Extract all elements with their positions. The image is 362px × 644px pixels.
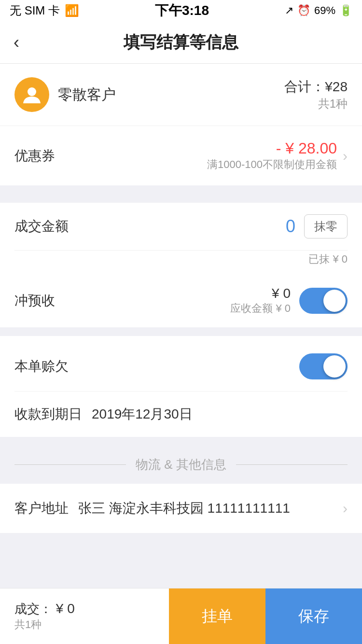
bottom-deal-amount: ¥ 0 [56,601,75,616]
amount-label: 成交金额 [14,217,69,236]
page-title: 填写结算等信息 [124,31,238,54]
amount-value[interactable]: 0 [286,216,295,237]
coupon-discount: - ¥ 28.00 [207,140,337,157]
due-date-row: 收款到期日 2019年12月30日 [14,392,348,437]
bottom-deal-label: 成交： [14,602,52,616]
bottom-deal-row: 成交： ¥ 0 [14,601,154,617]
customer-name: 零散客户 [58,85,116,105]
address-row[interactable]: 客户地址 张三 海淀永丰科技园 11111111111 › [14,484,348,533]
wifi-icon: 📶 [65,4,79,17]
prereceive-row: 冲预收 ¥ 0 应收金额 ¥ 0 [14,274,348,327]
separator-1 [0,194,362,203]
logistics-text: 物流 & 其他信息 [136,456,226,473]
nav-bar: ‹ 填写结算等信息 [0,21,362,64]
customer-row: 零散客户 合计：¥28 共1种 [0,64,362,126]
hang-button[interactable]: 挂单 [169,588,265,644]
logistics-divider: 物流 & 其他信息 [0,446,362,484]
user-icon [22,85,42,104]
address-section: 客户地址 张三 海淀永丰科技园 11111111111 › [0,484,362,533]
status-bar: 无 SIM 卡 📶 下午3:18 ↗ ⏰ 69% 🔋 [0,0,362,21]
bottom-bar: 成交： ¥ 0 共1种 挂单 保存 [0,588,362,644]
due-date-value[interactable]: 2019年12月30日 [92,405,193,423]
coupon-info: - ¥ 28.00 满1000-100不限制使用金额 [207,140,337,172]
avatar [14,77,49,112]
amount-section: 成交金额 0 抹零 已抹 ¥ 0 冲预收 ¥ 0 应收金额 ¥ 0 [0,203,362,327]
customer-section: 零散客户 合计：¥28 共1种 优惠券 - ¥ 28.00 满1000-100不… [0,64,362,185]
back-button[interactable]: ‹ [14,32,19,53]
coupon-row[interactable]: 优惠券 - ¥ 28.00 满1000-100不限制使用金额 › [0,126,362,185]
address-value: 张三 海淀永丰科技园 11111111111 [78,499,343,518]
address-label: 客户地址 [14,499,69,518]
coupon-right: - ¥ 28.00 满1000-100不限制使用金额 › [207,140,348,172]
chevron-right-icon: › [343,148,348,164]
logistics-line-left [14,464,126,465]
debt-section: 本单赊欠 收款到期日 2019年12月30日 [0,336,362,437]
bottom-count: 共1种 [14,617,154,632]
battery-icon: 🔋 [339,4,352,17]
debt-row: 本单赊欠 [14,336,348,392]
address-chevron-icon: › [343,500,348,517]
round-sub-text: 已抹 ¥ 0 [308,253,348,265]
status-left: 无 SIM 卡 📶 [10,3,79,18]
prereceive-right: ¥ 0 应收金额 ¥ 0 [230,286,348,316]
logistics-line-right [236,464,348,465]
debt-label: 本单赊欠 [14,357,69,376]
prereceive-amount: ¥ 0 [230,286,291,301]
round-button[interactable]: 抹零 [304,214,348,238]
total-amount: 合计：¥28 [284,78,348,96]
separator-2 [0,327,362,336]
prereceive-amounts: ¥ 0 应收金额 ¥ 0 [230,286,291,316]
status-time: 下午3:18 [155,1,209,20]
debt-toggle-knob [323,355,346,378]
location-icon: ↗ [285,4,293,17]
prereceive-sub: 应收金额 ¥ 0 [230,301,291,316]
sim-text: 无 SIM 卡 [10,3,60,18]
bottom-info: 成交： ¥ 0 共1种 [0,601,169,632]
amount-row-right: 0 抹零 [286,214,348,238]
total-count: 共1种 [284,96,348,112]
status-right: ↗ ⏰ 69% 🔋 [285,4,352,17]
toggle-knob [323,290,346,312]
battery-text: 69% [314,4,335,17]
amount-row: 成交金额 0 抹零 [14,203,348,251]
coupon-label: 优惠券 [14,147,55,165]
alarm-icon: ⏰ [297,4,310,17]
prereceive-label: 冲预收 [14,292,55,310]
debt-toggle[interactable] [299,353,348,379]
svg-point-0 [28,87,36,96]
customer-total: 合计：¥28 共1种 [284,78,348,112]
customer-left: 零散客户 [14,77,116,112]
coupon-desc: 满1000-100不限制使用金额 [207,157,337,172]
save-button[interactable]: 保存 [265,588,362,644]
prereceive-toggle[interactable] [299,288,348,314]
due-date-label: 收款到期日 [14,405,82,423]
